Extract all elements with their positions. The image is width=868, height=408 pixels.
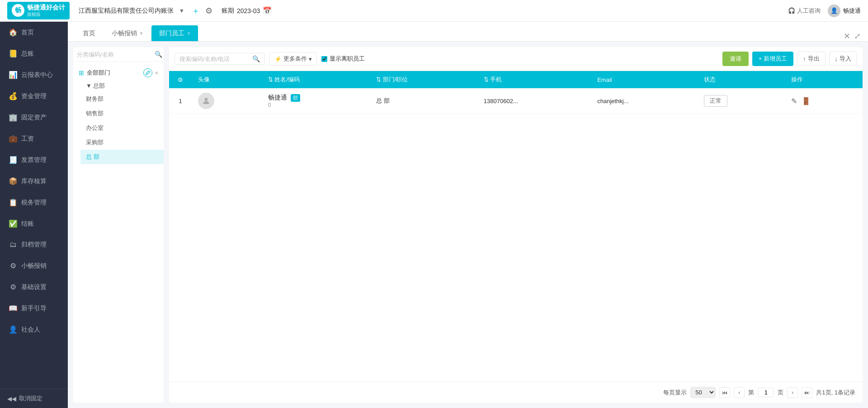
sidebar-item-label: 首页: [21, 28, 34, 37]
company-dropdown-icon[interactable]: ▼: [179, 8, 184, 14]
sidebar-item-label: 新手引导: [21, 304, 47, 313]
employee-name: 畅捷通: [268, 94, 287, 102]
sidebar-item-assets[interactable]: 🏢 固定资产: [0, 107, 68, 128]
col-name[interactable]: ⇅ 姓名/编码: [262, 71, 370, 88]
logo[interactable]: 畅 畅捷通好会计 旗舰版: [7, 2, 70, 19]
sidebar-item-ledger[interactable]: 📒 总账: [0, 43, 68, 64]
sidebar-item-tax[interactable]: 📋 税务管理: [0, 192, 68, 213]
add-employee-button[interactable]: + 新增员工: [752, 52, 793, 66]
company-name: 江西服宝精品有限责任公司内账张: [79, 7, 174, 15]
sidebar-item-expense[interactable]: ⚙ 小畅报销: [0, 255, 68, 276]
inventory-icon: 📦: [9, 177, 18, 185]
settings-icon[interactable]: ⚙: [205, 6, 212, 16]
employee-dept-badge: 部: [291, 94, 300, 102]
pin-toggle[interactable]: ◀◀ 取消固定: [0, 389, 68, 408]
sidebar-item-label: 云报表中心: [21, 71, 53, 79]
add-company-icon[interactable]: ＋: [192, 5, 200, 16]
sidebar-item-funds[interactable]: 💰 资金管理: [0, 85, 68, 107]
import-button[interactable]: ↓ 导入: [829, 52, 858, 66]
sidebar-item-closing[interactable]: ✅ 结账: [0, 213, 68, 234]
filter-button[interactable]: ⚡ 更多条件 ▾: [269, 52, 317, 66]
sidebar-item-label: 小畅报销: [21, 262, 47, 270]
tabbar-actions: ✕ ⤢: [844, 31, 861, 41]
dept-search-icon[interactable]: 🔍: [155, 51, 162, 58]
all-dept-label: 全部部门: [87, 69, 141, 77]
row-actions-cell: ✎ 🚪: [785, 88, 863, 114]
sidebar-item-settings[interactable]: ⚙ 基础设置: [0, 276, 68, 298]
sidebar-item-label: 社会人: [21, 326, 40, 334]
sidebar-item-home[interactable]: 🏠 首页: [0, 22, 68, 43]
tab-expense-close[interactable]: ×: [140, 30, 143, 37]
guide-icon: 📖: [9, 304, 18, 313]
dept-item-sales[interactable]: 销售部: [80, 106, 164, 121]
row-avatar-cell: [192, 88, 262, 114]
edit-icon[interactable]: ✎: [791, 97, 797, 105]
show-resigned-checkbox[interactable]: [321, 56, 327, 62]
sidebar-item-archive[interactable]: 🗂 归档管理: [0, 234, 68, 255]
col-avatar: 头像: [192, 71, 262, 88]
dept-search-input[interactable]: [77, 51, 153, 58]
user-icon: 👤: [9, 325, 18, 334]
per-page-select[interactable]: 50 100 200: [690, 387, 716, 398]
col-settings[interactable]: ⚙: [169, 71, 192, 88]
tax-icon: 📋: [9, 198, 18, 207]
home-icon: 🏠: [9, 28, 18, 37]
archive-icon: 🗂: [9, 241, 18, 249]
all-dept-item[interactable]: ⊞ 全部部门 «: [73, 66, 164, 80]
last-page-btn[interactable]: ⏭: [802, 387, 812, 398]
row-index: 1: [169, 88, 192, 114]
next-page-btn[interactable]: ›: [787, 387, 798, 398]
settings-icon: ⚙: [9, 283, 18, 291]
sidebar-item-reports[interactable]: 📊 云报表中心: [0, 64, 68, 85]
employee-search-input[interactable]: [179, 56, 250, 62]
prev-page-btn[interactable]: ‹: [734, 387, 745, 398]
row-dept-cell: 总 部: [370, 88, 477, 114]
funds-icon: 💰: [9, 92, 18, 100]
per-page-label: 每页显示: [663, 389, 687, 397]
invite-button[interactable]: 邀请: [722, 52, 749, 66]
period-selector[interactable]: 账期 2023-03 📅: [222, 6, 272, 15]
col-dept[interactable]: ⇅ 部门/职位: [370, 71, 477, 88]
dept-tree: ⊞ 全部部门 « ▼ 总部 财务部 销售部 办公室: [73, 62, 164, 403]
employee-dept: 总 部: [376, 97, 390, 104]
sidebar-item-inventory[interactable]: 📦 库存核算: [0, 171, 68, 192]
sidebar-item-wages[interactable]: 💼 工资: [0, 128, 68, 149]
import-icon: ↓: [835, 56, 838, 62]
dept-item-office[interactable]: 办公室: [80, 121, 164, 135]
show-resigned-label[interactable]: 显示离职员工: [321, 55, 365, 63]
close-all-icon[interactable]: ✕: [844, 31, 850, 41]
edit-badge[interactable]: [143, 68, 152, 77]
service-button[interactable]: 🎧 人工咨询: [788, 7, 821, 15]
tab-employees-close[interactable]: ×: [187, 30, 190, 37]
first-page-btn[interactable]: ⏮: [719, 387, 730, 398]
tab-employees-label: 部门员工: [159, 29, 184, 38]
search-icon[interactable]: 🔍: [252, 55, 260, 62]
col-email: Email: [591, 71, 698, 88]
export-button[interactable]: ↑ 导出: [797, 52, 826, 66]
expand-icon[interactable]: ⤢: [854, 31, 861, 41]
collapse-icon[interactable]: «: [155, 70, 158, 76]
pagination: 每页显示 50 100 200 ⏮ ‹ 第 页 › ⏭ 共1页, 1条记录: [169, 382, 863, 403]
col-phone[interactable]: ⇅ 手机: [477, 71, 591, 88]
tab-employees[interactable]: 部门员工 ×: [151, 25, 198, 41]
pin-label: 取消固定: [19, 394, 42, 403]
dept-item-purchase[interactable]: 采购部: [80, 135, 164, 150]
tab-home[interactable]: 首页: [75, 25, 103, 41]
tab-home-label: 首页: [83, 29, 95, 38]
delete-icon[interactable]: 🚪: [802, 97, 811, 105]
filter-label: 更多条件: [283, 55, 307, 63]
user-menu[interactable]: 👤 畅捷通: [828, 5, 861, 17]
tabbar: 首页 小畅报销 × 部门员工 × ✕ ⤢: [68, 22, 868, 42]
page-input[interactable]: [758, 388, 774, 397]
dept-item-general[interactable]: 总 部: [80, 150, 164, 164]
dept-item-finance[interactable]: 财务部: [80, 92, 164, 106]
row-name-cell: 畅捷通 部 0: [262, 88, 370, 114]
sidebar-item-invoice[interactable]: 🧾 发票管理: [0, 149, 68, 171]
sidebar-item-label: 总账: [21, 50, 34, 58]
sidebar-item-user[interactable]: 👤 社会人: [0, 319, 68, 340]
closing-icon: ✅: [9, 219, 18, 228]
tab-expense-label: 小畅报销: [112, 29, 137, 38]
total-label: 共1页, 1条记录: [816, 389, 855, 397]
tab-expense[interactable]: 小畅报销 ×: [104, 25, 151, 41]
sidebar-item-guide[interactable]: 📖 新手引导: [0, 298, 68, 319]
